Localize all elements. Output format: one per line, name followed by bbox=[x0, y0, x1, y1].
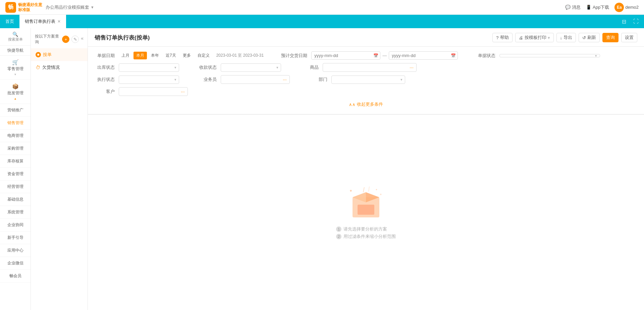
main-content: 销售订单执行表(按单) ? 帮助 🖨 按模板打印 ▾ bbox=[88, 28, 644, 310]
empty-hint-2: 2 用过滤条件来缩小分析范围 bbox=[336, 234, 396, 240]
sidebar-item-purchase[interactable]: 采购管理 bbox=[0, 142, 31, 155]
delivery-status-select[interactable] bbox=[119, 63, 179, 72]
exec-status-select[interactable] bbox=[119, 75, 179, 84]
customer-ellipsis-btn[interactable]: ··· bbox=[181, 89, 185, 94]
refresh-btn[interactable]: ↺ 刷新 bbox=[579, 33, 600, 42]
sidebar-item-operations[interactable]: 经营管理 bbox=[0, 180, 31, 193]
print-btn[interactable]: 🖨 按模板打印 ▾ bbox=[515, 33, 554, 42]
svg-text:✦: ✦ bbox=[379, 193, 382, 196]
print-icon: 🖨 bbox=[519, 35, 523, 40]
tab-home[interactable]: 首页 bbox=[0, 15, 19, 28]
this-year-btn[interactable]: 本年 bbox=[148, 52, 162, 59]
sidebar-item-marketing[interactable]: 营销推广 bbox=[0, 104, 31, 117]
customer-input[interactable] bbox=[122, 89, 178, 94]
expected-date-range: 📅 — 📅 bbox=[311, 51, 458, 60]
message-btn[interactable]: 💬 消息 bbox=[565, 4, 581, 10]
search-btn[interactable]: 查询 bbox=[602, 33, 619, 42]
status-chevron-icon: ▾ bbox=[595, 53, 597, 58]
message-icon: 💬 bbox=[565, 5, 571, 10]
expected-date-to[interactable] bbox=[389, 51, 458, 60]
sidebar-item-ecommerce[interactable]: 电商管理 bbox=[0, 130, 31, 142]
expected-date-label: 预计交货日期 bbox=[281, 53, 307, 59]
top-bar-right: 💬 消息 📱 App下载 Ea demo2 bbox=[565, 3, 639, 12]
dept-wrap: ▾ bbox=[331, 75, 405, 84]
sidebar-item-finance[interactable]: 资金管理 bbox=[0, 168, 31, 180]
status-select[interactable]: ▾ bbox=[499, 54, 600, 57]
collapse-left-panel-btn[interactable]: « bbox=[81, 36, 84, 43]
logo-text: 畅捷通好生意 标准版 bbox=[18, 2, 42, 12]
empty-text-list: 1 请先选择要分析的方案 2 用过滤条件来缩小分析范围 bbox=[336, 226, 396, 241]
collapse-row: ∧∧ 收起更多条件 bbox=[95, 99, 637, 109]
avatar: Ea bbox=[614, 3, 624, 12]
sidebar-item-system[interactable]: 系统管理 bbox=[0, 206, 31, 219]
goods-input[interactable] bbox=[326, 65, 407, 70]
dropdown-icon[interactable]: ▾ bbox=[91, 5, 94, 10]
tab-close-icon[interactable]: ✕ bbox=[57, 19, 61, 24]
sidebar-item-newbie[interactable]: 新手引导 bbox=[0, 231, 31, 244]
collapse-more-btn[interactable]: ∧∧ 收起更多条件 bbox=[95, 99, 637, 109]
sidebar-quick-nav[interactable]: 快捷导航 bbox=[0, 46, 31, 56]
tab-sales-order[interactable]: 销售订单执行表 ✕ bbox=[19, 15, 66, 28]
expected-date-to-wrap: 📅 bbox=[389, 51, 458, 60]
content-inner: 按以下方案查询 + ✎ « 按单 bbox=[31, 28, 644, 310]
goods-ellipsis-btn[interactable]: ··· bbox=[410, 65, 414, 70]
export-btn[interactable]: ↓ 导出 bbox=[556, 33, 576, 42]
delivery-status-label: 出库状态 bbox=[95, 64, 115, 70]
page-title: 销售订单执行表(按单) bbox=[95, 34, 150, 42]
salesperson-input[interactable] bbox=[224, 77, 280, 82]
sidebar-search[interactable]: 🔍 搜索菜单 bbox=[0, 28, 31, 46]
page-header: 销售订单执行表(按单) ? 帮助 🖨 按模板打印 ▾ bbox=[88, 28, 644, 47]
filter-row-1: 单据日期 上月 本月 本年 近7天 更多 自定义 2023-03-01 至 20… bbox=[95, 51, 637, 60]
tab-minimize-btn[interactable]: ⊟ bbox=[619, 17, 629, 26]
sidebar-item-sales[interactable]: 销售管理 bbox=[0, 117, 31, 130]
sidebar-item-retail[interactable]: 🛒 零售管理 ▾ bbox=[0, 56, 31, 80]
salesperson-input-wrap: ··· bbox=[221, 75, 290, 84]
left-panel-item-order[interactable]: 按单 bbox=[31, 48, 88, 61]
tab-bar-actions: ⊟ ⛶ bbox=[619, 17, 644, 26]
dept-select[interactable] bbox=[331, 75, 405, 84]
svg-text:✦: ✦ bbox=[349, 189, 353, 193]
left-panel-item-debt[interactable]: ⏱ 欠货情况 bbox=[31, 61, 88, 74]
prev-month-btn[interactable]: 上月 bbox=[119, 52, 132, 59]
more-btn[interactable]: 更多 bbox=[180, 52, 194, 59]
salesperson-label: 业务员 bbox=[197, 76, 217, 83]
filter-row-2: 出库状态 ▾ 收款状态 ▾ bbox=[95, 63, 637, 72]
salesperson-ellipsis-btn[interactable]: ··· bbox=[283, 77, 287, 82]
sidebar-item-inventory[interactable]: 库存核算 bbox=[0, 155, 31, 168]
logo-area: 畅 畅捷通好生意 标准版 bbox=[5, 2, 42, 13]
empty-svg: ✦ ✦ ✦ bbox=[346, 184, 386, 221]
this-month-btn[interactable]: 本月 bbox=[133, 52, 147, 59]
help-btn[interactable]: ? 帮助 bbox=[492, 33, 512, 42]
sidebar-item-enterprise[interactable]: 企业协同 bbox=[0, 219, 31, 231]
sidebar: 🔍 搜索菜单 快捷导航 🛒 零售管理 ▾ 📦 批发管理 ▴ 营销推广 销售管理 … bbox=[0, 28, 31, 310]
edit-scheme-btn[interactable]: ✎ bbox=[71, 36, 79, 43]
custom-btn[interactable]: 自定义 bbox=[195, 52, 212, 59]
exec-status-wrap: ▾ bbox=[119, 75, 179, 84]
sidebar-item-base[interactable]: 基础信息 bbox=[0, 193, 31, 206]
retail-expand-icon: ▾ bbox=[14, 72, 16, 76]
sidebar-item-app-center[interactable]: 应用中心 bbox=[0, 244, 31, 257]
user-menu[interactable]: Ea demo2 bbox=[614, 3, 639, 12]
top-bar: 畅 畅捷通好生意 标准版 办公用品行业模拟账套 ▾ 💬 消息 📱 App下载 E… bbox=[0, 0, 644, 15]
exec-status-label: 执行状态 bbox=[95, 76, 115, 83]
goods-input-wrap: ··· bbox=[323, 63, 417, 72]
main-layout: 🔍 搜索菜单 快捷导航 🛒 零售管理 ▾ 📦 批发管理 ▴ 营销推广 销售管理 … bbox=[0, 28, 644, 310]
receipt-status-wrap: ▾ bbox=[221, 63, 281, 72]
add-scheme-btn[interactable]: + bbox=[62, 36, 69, 43]
date-dash: — bbox=[382, 53, 387, 58]
collapse-up-icon: ∧∧ bbox=[349, 102, 356, 107]
expected-date-from-wrap: 📅 bbox=[311, 51, 380, 60]
expected-date-from[interactable] bbox=[311, 51, 380, 60]
receipt-status-select[interactable] bbox=[221, 63, 281, 72]
tab-maximize-btn[interactable]: ⛶ bbox=[631, 17, 641, 26]
app-download-btn[interactable]: 📱 App下载 bbox=[586, 4, 609, 10]
hint-num-1: 1 bbox=[336, 226, 341, 232]
settings-btn[interactable]: 设置 bbox=[621, 33, 637, 42]
last7days-btn[interactable]: 近7天 bbox=[163, 52, 179, 59]
calendar-from-icon: 📅 bbox=[373, 53, 378, 58]
tab-bar: 首页 销售订单执行表 ✕ ⊟ ⛶ bbox=[0, 15, 644, 28]
sidebar-item-member[interactable]: 畅会员 bbox=[0, 270, 31, 282]
sidebar-item-wechat[interactable]: 企业微信 bbox=[0, 257, 31, 270]
sidebar-item-wholesale[interactable]: 📦 批发管理 ▴ bbox=[0, 80, 31, 104]
edit-icon: ✎ bbox=[73, 37, 77, 42]
